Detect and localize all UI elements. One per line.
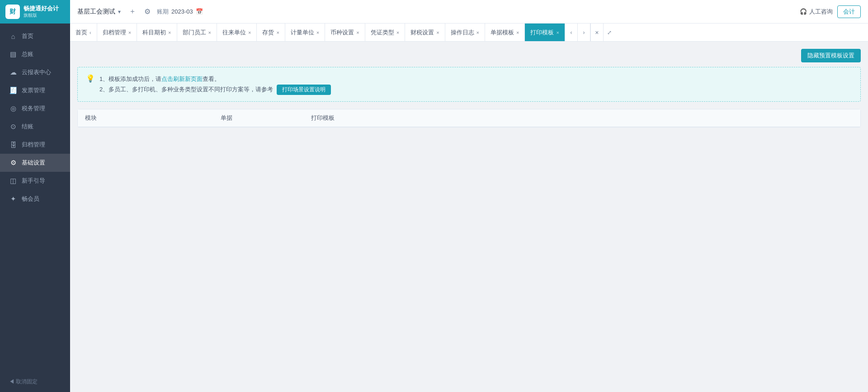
tab-nav-left-button[interactable]: ‹ xyxy=(565,24,578,41)
tab-label: 凭证类型 xyxy=(371,28,394,37)
invoice-icon: 🧾 xyxy=(9,86,17,94)
tab-label: 归档管理 xyxy=(103,28,126,37)
calendar-icon[interactable]: 📅 xyxy=(196,8,203,15)
tab-close-icon[interactable]: × xyxy=(476,30,479,35)
tab-partner[interactable]: 往来单位 × xyxy=(217,24,257,41)
tab-operation-log[interactable]: 操作日志 × xyxy=(445,24,485,41)
guide-icon: ◫ xyxy=(9,177,17,185)
member-icon: ✦ xyxy=(9,195,17,203)
sidebar-item-guide[interactable]: ◫ 新手引导 xyxy=(0,172,70,190)
logo-text: 畅捷通好会计 旗舰版 xyxy=(24,5,59,19)
sidebar-item-tax[interactable]: ◎ 税务管理 xyxy=(0,99,70,118)
tab-back-icon[interactable]: ‹ xyxy=(90,30,91,35)
settings-icon: ⚙ xyxy=(9,159,17,167)
help-button[interactable]: 🎧 人工咨询 xyxy=(800,8,833,16)
sidebar-item-home[interactable]: ⌂ 首页 xyxy=(0,27,70,45)
tab-close-icon[interactable]: × xyxy=(396,30,399,35)
info-box-header: 💡 1、模板添加成功后，请点击刷新新页面查看。 2、多员工、多打印机、多种业务类… xyxy=(86,74,852,95)
info-line2: 2、多员工、多打印机、多种业务类型设置不同打印方案等，请参考 打印场景设置说明 xyxy=(99,84,333,95)
help-label: 人工咨询 xyxy=(809,8,833,16)
account-button[interactable]: 会计 xyxy=(837,5,861,18)
hide-template-button[interactable]: 隐藏预置模板设置 xyxy=(801,49,861,62)
sidebar-item-label: 云报表中心 xyxy=(22,68,51,76)
tab-subject-init[interactable]: 科目期初 × xyxy=(137,24,177,41)
sidebar-footer-unpin[interactable]: ◀ 取消固定 xyxy=(0,372,70,392)
tab-close-icon[interactable]: × xyxy=(168,30,171,35)
chevron-down-icon[interactable]: ▾ xyxy=(118,9,121,15)
tab-home[interactable]: 首页 ‹ xyxy=(70,24,97,41)
tab-label: 存货 xyxy=(262,28,274,37)
home-icon: ⌂ xyxy=(9,33,17,40)
logo-icon: 财 xyxy=(5,5,20,19)
tab-measure-unit[interactable]: 计量单位 × xyxy=(285,24,325,41)
sidebar-nav: ⌂ 首页 ▤ 总账 ☁ 云报表中心 🧾 发票管理 ◎ 税务管理 ⊙ 结账 🗄 归… xyxy=(0,24,70,372)
table-header: 模块 单据 打印模板 xyxy=(78,109,860,127)
tab-close-icon[interactable]: × xyxy=(128,30,131,35)
sidebar-item-archive[interactable]: 🗄 归档管理 xyxy=(0,136,70,154)
tab-voucher-type[interactable]: 凭证类型 × xyxy=(365,24,405,41)
tab-close-icon[interactable]: × xyxy=(556,30,559,35)
data-table: 模块 单据 打印模板 xyxy=(77,109,861,128)
tab-label: 计量单位 xyxy=(291,28,314,37)
sidebar-item-label: 总账 xyxy=(22,50,33,58)
tab-label: 单据模板 xyxy=(491,28,514,37)
tab-label: 打印模板 xyxy=(530,28,554,37)
sidebar-item-label: 税务管理 xyxy=(22,104,45,113)
tab-label: 科目期初 xyxy=(142,28,166,37)
tab-close-all-button[interactable]: × xyxy=(590,24,603,41)
add-tab-button[interactable]: ＋ xyxy=(127,5,138,18)
sidebar-item-settle[interactable]: ⊙ 结账 xyxy=(0,118,70,136)
company-name: 基层工会测试 xyxy=(77,8,115,16)
sidebar-item-label: 结账 xyxy=(22,123,33,131)
col-header-template: 打印模板 xyxy=(311,114,853,122)
period-display: 账期 2023-03 📅 xyxy=(157,8,203,16)
topbar-right: 🎧 人工咨询 会计 xyxy=(800,5,861,18)
settle-icon: ⊙ xyxy=(9,123,17,131)
tab-label: 操作日志 xyxy=(451,28,474,37)
tab-close-icon[interactable]: × xyxy=(276,30,279,35)
report-icon: ☁ xyxy=(9,68,17,76)
period-label: 账期 xyxy=(157,8,169,16)
sidebar-item-label: 归档管理 xyxy=(22,141,45,149)
sidebar-item-label: 发票管理 xyxy=(22,86,45,94)
ledger-icon: ▤ xyxy=(9,50,17,58)
sidebar-item-invoice[interactable]: 🧾 发票管理 xyxy=(0,81,70,99)
sidebar-item-settings[interactable]: ⚙ 基础设置 xyxy=(0,154,70,172)
headset-icon: 🎧 xyxy=(800,8,807,15)
company-selector[interactable]: 基层工会测试 ▾ xyxy=(77,8,121,16)
sidebar-item-label: 新手引导 xyxy=(22,177,45,185)
info-line1: 1、模板添加成功后，请点击刷新新页面查看。 xyxy=(99,74,333,84)
print-scene-button[interactable]: 打印场景设置说明 xyxy=(277,85,331,95)
tab-archive-mgr[interactable]: 归档管理 × xyxy=(97,24,137,41)
settings-cog-button[interactable]: ⚙ xyxy=(142,5,152,18)
sidebar-logo: 财 畅捷通好会计 旗舰版 xyxy=(0,0,70,24)
tab-print-template[interactable]: 打印模板 × xyxy=(525,24,565,41)
sidebar-item-ledger[interactable]: ▤ 总账 xyxy=(0,45,70,63)
tab-dept-staff[interactable]: 部门员工 × xyxy=(177,24,217,41)
period-value: 2023-03 xyxy=(171,8,193,15)
tab-currency[interactable]: 币种设置 × xyxy=(325,24,365,41)
sidebar-item-label: 基础设置 xyxy=(22,159,45,167)
info-box: 💡 1、模板添加成功后，请点击刷新新页面查看。 2、多员工、多打印机、多种业务类… xyxy=(77,67,861,102)
tab-close-icon[interactable]: × xyxy=(248,30,251,35)
tab-close-icon[interactable]: × xyxy=(208,30,211,35)
tab-single-form[interactable]: 单据模板 × xyxy=(485,24,525,41)
sidebar-item-report[interactable]: ☁ 云报表中心 xyxy=(0,63,70,81)
sidebar-item-member[interactable]: ✦ 畅会员 xyxy=(0,190,70,208)
tab-expand-button[interactable]: ⤢ xyxy=(603,24,616,41)
tab-close-icon[interactable]: × xyxy=(356,30,359,35)
tab-nav-right-button[interactable]: › xyxy=(578,24,590,41)
tab-label: 财税设置 xyxy=(410,28,434,37)
refresh-link[interactable]: 点击刷新新页面 xyxy=(161,76,203,82)
content-area: 隐藏预置模板设置 💡 1、模板添加成功后，请点击刷新新页面查看。 2、多员工、多… xyxy=(70,42,868,392)
tab-close-icon[interactable]: × xyxy=(516,30,519,35)
tab-finance-settings[interactable]: 财税设置 × xyxy=(405,24,445,41)
archive-icon: 🗄 xyxy=(9,141,17,149)
tab-close-icon[interactable]: × xyxy=(436,30,439,35)
sidebar: 财 畅捷通好会计 旗舰版 ⌂ 首页 ▤ 总账 ☁ 云报表中心 🧾 发票管理 ◎ … xyxy=(0,0,70,392)
tab-label: 部门员工 xyxy=(183,28,206,37)
topbar: 基层工会测试 ▾ ＋ ⚙ 账期 2023-03 📅 🎧 人工咨询 会计 xyxy=(70,0,868,24)
tab-label: 首页 xyxy=(75,28,87,37)
tab-close-icon[interactable]: × xyxy=(316,30,319,35)
tab-inventory[interactable]: 存货 × xyxy=(257,24,285,41)
